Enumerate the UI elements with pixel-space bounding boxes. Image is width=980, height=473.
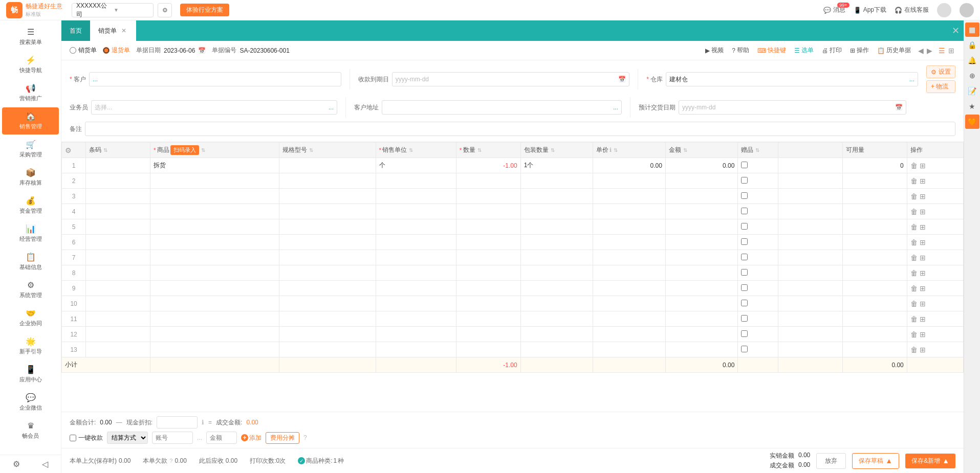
row-unit[interactable]	[376, 281, 456, 296]
row-barcode[interactable]	[86, 235, 150, 250]
row-barcode[interactable]	[86, 204, 150, 219]
row-qty[interactable]	[456, 189, 520, 204]
row-pkg-qty[interactable]	[520, 296, 593, 311]
gift-checkbox[interactable]	[741, 162, 748, 168]
row-note[interactable]	[778, 250, 843, 265]
row-qty[interactable]	[456, 250, 520, 265]
cash-discount-info-icon[interactable]: ℹ	[202, 419, 204, 426]
row-barcode[interactable]	[86, 189, 150, 204]
row-gift[interactable]	[738, 342, 778, 357]
row-copy-icon[interactable]: ⊞	[920, 254, 926, 262]
row-unit[interactable]	[376, 204, 456, 219]
gift-checkbox[interactable]	[741, 192, 748, 199]
expected-delivery-calendar-icon[interactable]: 📅	[895, 104, 903, 111]
row-amount[interactable]	[665, 327, 738, 342]
remarks-input[interactable]	[85, 122, 955, 136]
row-amount[interactable]	[665, 235, 738, 250]
avatar[interactable]	[937, 3, 951, 17]
row-delete-icon[interactable]: 🗑	[910, 284, 918, 292]
save-draft-button[interactable]: 保存草稿 ▲	[852, 453, 899, 469]
row-delete-icon[interactable]: 🗑	[910, 315, 918, 323]
row-note[interactable]	[778, 265, 843, 281]
row-unit-price[interactable]	[593, 173, 666, 189]
sidebar-item-purchase[interactable]: 🛒 采购管理	[2, 136, 59, 163]
row-unit-price[interactable]	[593, 281, 666, 296]
row-note[interactable]	[778, 342, 843, 357]
row-unit[interactable]	[376, 342, 456, 357]
row-unit-price[interactable]	[593, 219, 666, 235]
row-delete-icon[interactable]: 🗑	[910, 192, 918, 200]
row-pkg-qty[interactable]	[520, 281, 593, 296]
row-barcode[interactable]	[86, 311, 150, 327]
row-unit[interactable]	[376, 173, 456, 189]
sidebar-item-apps[interactable]: 📱 应用中心	[2, 361, 59, 388]
calendar-icon[interactable]: 📅	[198, 47, 206, 54]
row-amount[interactable]	[665, 265, 738, 281]
row-qty[interactable]	[456, 342, 520, 357]
row-barcode[interactable]	[86, 327, 150, 342]
row-amount[interactable]	[665, 250, 738, 265]
shortcut-btn[interactable]: ⌨ 快捷键	[755, 45, 788, 56]
sidebar-item-marketing[interactable]: 📢 营销推广	[2, 79, 59, 106]
operate-btn[interactable]: ⊞ 操作	[848, 45, 871, 56]
radio-sales-label[interactable]: 销货单	[70, 46, 97, 55]
row-gift[interactable]	[738, 173, 778, 189]
row-delete-icon[interactable]: 🗑	[910, 223, 918, 231]
row-pkg-qty[interactable]	[520, 189, 593, 204]
unit-price-info-icon[interactable]: ℹ	[609, 147, 612, 153]
row-gift[interactable]	[738, 327, 778, 342]
row-product[interactable]	[150, 265, 279, 281]
gift-checkbox[interactable]	[741, 223, 748, 230]
row-amount[interactable]	[665, 173, 738, 189]
right-panel-btn-1[interactable]: ▦	[965, 22, 979, 37]
fee-split-button[interactable]: 费用分摊	[266, 432, 299, 444]
row-note[interactable]	[778, 219, 843, 235]
row-pkg-qty[interactable]	[520, 250, 593, 265]
row-pkg-qty[interactable]: 1个	[520, 158, 593, 173]
row-copy-icon[interactable]: ⊞	[920, 208, 926, 216]
row-qty[interactable]: -1.00	[456, 158, 520, 173]
row-qty[interactable]	[456, 235, 520, 250]
radio-return[interactable]	[103, 47, 110, 54]
row-product[interactable]	[150, 235, 279, 250]
right-panel-btn-5[interactable]: 📝	[965, 84, 979, 98]
row-amount[interactable]	[665, 296, 738, 311]
row-unit[interactable]	[376, 311, 456, 327]
row-spec[interactable]	[279, 281, 376, 296]
row-unit-price[interactable]	[593, 342, 666, 357]
customer-address-dots[interactable]: ...	[613, 104, 618, 111]
row-unit-price[interactable]	[593, 265, 666, 281]
row-delete-icon[interactable]: 🗑	[910, 330, 918, 339]
row-amount[interactable]	[665, 311, 738, 327]
row-copy-icon[interactable]: ⊞	[920, 162, 926, 170]
product-type-link[interactable]: ✓ 商品种类: 1 种	[298, 457, 344, 465]
row-note[interactable]	[778, 281, 843, 296]
row-note[interactable]	[778, 311, 843, 327]
gift-checkbox[interactable]	[741, 330, 748, 337]
row-note[interactable]	[778, 204, 843, 219]
row-copy-icon[interactable]: ⊞	[920, 192, 926, 200]
radio-return-label[interactable]: 退货单	[103, 46, 130, 55]
trial-button[interactable]: 体验行业方案	[180, 4, 229, 16]
sidebar-item-system[interactable]: ⚙ 系统管理	[2, 276, 59, 303]
row-qty[interactable]	[456, 219, 520, 235]
tab-home[interactable]: 首页	[61, 20, 90, 41]
row-delete-icon[interactable]: 🗑	[910, 254, 918, 262]
row-product[interactable]	[150, 173, 279, 189]
row-copy-icon[interactable]: ⊞	[920, 315, 926, 323]
row-gift[interactable]	[738, 250, 778, 265]
list-view-icon[interactable]: ☰	[938, 46, 946, 56]
row-barcode[interactable]	[86, 219, 150, 235]
table-gear-icon[interactable]: ⚙	[65, 146, 72, 154]
account-dots[interactable]: ...	[197, 434, 202, 441]
help-btn[interactable]: ? 帮助	[730, 45, 751, 56]
payment-due-calendar-icon[interactable]: 📅	[618, 76, 626, 83]
row-spec[interactable]	[279, 296, 376, 311]
row-delete-icon[interactable]: 🗑	[910, 269, 918, 277]
company-settings-icon[interactable]: ⚙	[158, 3, 172, 17]
warehouse-input[interactable]: 建材仓 ...	[666, 72, 918, 86]
row-unit-price[interactable]	[593, 311, 666, 327]
row-delete-icon[interactable]: 🗑	[910, 162, 918, 170]
abandon-button[interactable]: 放弃	[816, 453, 846, 469]
row-unit[interactable]	[376, 235, 456, 250]
